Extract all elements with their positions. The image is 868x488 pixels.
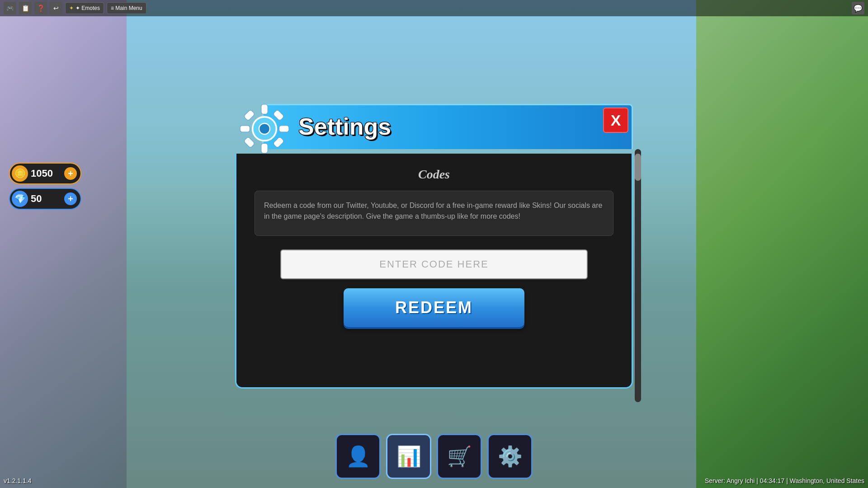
bg-left bbox=[0, 0, 127, 488]
svg-rect-7 bbox=[273, 109, 284, 121]
svg-rect-9 bbox=[273, 136, 284, 148]
gem-amount: 50 bbox=[31, 193, 61, 205]
bg-right bbox=[696, 0, 868, 488]
emotes-label: ✦ Emotes bbox=[75, 5, 100, 11]
topbar: 🎮 📋 ❓ ↩ ✦ ✦ Emotes ≡ Main Menu bbox=[0, 0, 868, 16]
settings-icon: ⚙️ bbox=[498, 445, 523, 468]
main-menu-label: ≡ Main Menu bbox=[111, 5, 142, 11]
leaderboard-icon: 📊 bbox=[396, 445, 421, 468]
gold-plus-button[interactable]: + bbox=[64, 167, 77, 180]
gold-icon: 🪙 bbox=[12, 165, 28, 182]
svg-rect-2 bbox=[261, 104, 268, 114]
characters-icon: 👤 bbox=[346, 445, 371, 468]
svg-point-1 bbox=[259, 123, 270, 134]
emotes-button[interactable]: ✦ ✦ Emotes bbox=[65, 2, 104, 14]
close-button[interactable]: X bbox=[603, 108, 628, 133]
redeem-label: REDEEM bbox=[395, 298, 473, 317]
characters-button[interactable]: 👤 bbox=[335, 434, 381, 479]
version-text: v1.2.1.1.4 bbox=[4, 477, 32, 484]
gear-icon-container bbox=[235, 99, 294, 158]
scrollbar[interactable] bbox=[635, 149, 641, 402]
inventory-icon[interactable]: 📋 bbox=[19, 2, 32, 14]
leaderboard-button[interactable]: 📊 bbox=[386, 434, 431, 479]
section-title: Codes bbox=[255, 167, 613, 182]
server-info: Server: Angry Ichi | 04:34:17 | Washingt… bbox=[705, 477, 864, 484]
help-icon[interactable]: ❓ bbox=[34, 2, 47, 14]
gem-plus-button[interactable]: + bbox=[64, 192, 77, 205]
scrollbar-thumb[interactable] bbox=[635, 154, 641, 181]
svg-rect-6 bbox=[244, 109, 255, 121]
main-menu-button[interactable]: ≡ Main Menu bbox=[107, 2, 146, 14]
modal-title: Settings bbox=[298, 113, 391, 140]
settings-modal: Settings X Codes Redeem a code from our … bbox=[235, 99, 633, 389]
redeem-button[interactable]: REDEEM bbox=[344, 288, 524, 327]
svg-rect-5 bbox=[279, 126, 289, 132]
back-icon[interactable]: ↩ bbox=[50, 2, 62, 14]
shop-icon: 🛒 bbox=[447, 445, 472, 468]
settings-button[interactable]: ⚙️ bbox=[487, 434, 533, 479]
description-text: Redeem a code from our Twitter, Youtube,… bbox=[264, 202, 603, 220]
emotes-star-icon: ✦ bbox=[69, 5, 74, 11]
roblox-icon[interactable]: 🎮 bbox=[4, 2, 16, 14]
bottom-toolbar: 👤 📊 🛒 ⚙️ bbox=[335, 434, 533, 479]
code-input[interactable] bbox=[280, 249, 588, 279]
close-icon: X bbox=[611, 113, 621, 128]
currency-container: 🪙 1050 + 💎 50 + bbox=[9, 163, 81, 210]
shop-button[interactable]: 🛒 bbox=[437, 434, 482, 479]
gear-icon bbox=[237, 102, 292, 156]
description-box: Redeem a code from our Twitter, Youtube,… bbox=[255, 191, 613, 236]
svg-rect-3 bbox=[261, 143, 268, 153]
gems-currency: 💎 50 + bbox=[9, 188, 81, 210]
gem-icon: 💎 bbox=[12, 191, 28, 207]
chat-icon[interactable]: 💬 bbox=[852, 2, 864, 14]
gold-currency: 🪙 1050 + bbox=[9, 163, 81, 184]
modal-body: Codes Redeem a code from our Twitter, Yo… bbox=[235, 154, 633, 389]
gold-amount: 1050 bbox=[31, 168, 61, 179]
modal-header: Settings X bbox=[235, 99, 633, 154]
svg-rect-4 bbox=[240, 126, 250, 132]
svg-rect-8 bbox=[244, 136, 255, 148]
